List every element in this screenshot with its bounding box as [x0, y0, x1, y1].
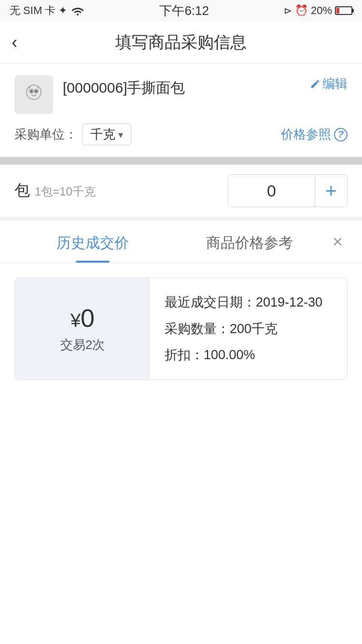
price-ref-label: 价格参照	[281, 126, 331, 143]
close-button[interactable]: ×	[328, 222, 348, 262]
price-trades: 交易2次	[60, 336, 105, 353]
price-value: 0	[81, 304, 95, 332]
product-name: [0000006]手撕面包	[63, 75, 185, 98]
battery-pct: 20%	[311, 4, 332, 17]
unit-value: 千克	[90, 126, 115, 143]
status-left: 无 SIM 卡 ✦	[10, 3, 84, 18]
nav-bar: ‹ 填写商品采购信息	[0, 21, 362, 64]
no-sim-text: 无 SIM 卡 ✦	[10, 3, 67, 18]
quantity-label: 包 1包=10千克	[14, 180, 96, 201]
yen-symbol: ¥	[70, 310, 81, 331]
discount-row: 折扣：100.00%	[165, 345, 333, 365]
quantity-plus-button[interactable]: +	[315, 175, 347, 207]
edit-label: 编辑	[322, 75, 348, 92]
page-title: 填写商品采购信息	[115, 31, 247, 54]
section-divider	[0, 157, 362, 165]
svg-point-1	[27, 85, 41, 99]
price-card: ¥0 交易2次 最近成交日期：2019-12-30 采购数量：200千克 折扣：…	[14, 278, 348, 380]
price-summary: ¥0 交易2次	[15, 278, 150, 379]
purchase-qty-row: 采购数量：200千克	[165, 319, 333, 339]
svg-point-0	[77, 14, 79, 15]
quantity-input[interactable]	[228, 175, 315, 207]
discount-value: 100.00%	[204, 348, 255, 362]
price-amount: ¥0	[70, 304, 95, 333]
status-bar: 无 SIM 卡 ✦ 下午6:12 ⊳ ⏰ 20%	[0, 0, 362, 21]
purchase-qty-value: 200千克	[230, 322, 278, 336]
wifi-icon	[71, 6, 84, 15]
purchase-unit-left: 采购单位： 千克 ▾	[14, 124, 131, 145]
discount-label: 折扣：	[165, 348, 204, 362]
purchase-qty-label: 采购数量：	[165, 322, 230, 336]
status-time: 下午6:12	[159, 2, 209, 19]
unit-dropdown[interactable]: 千克 ▾	[82, 124, 131, 145]
unit-label: 采购单位：	[14, 126, 77, 143]
location-icon: ⊳	[284, 5, 292, 16]
product-top: [0000006]手撕面包 编辑	[14, 75, 348, 114]
purchase-unit-row: 采购单位： 千克 ▾ 价格参照 ?	[14, 124, 348, 145]
quantity-controls: +	[228, 174, 348, 207]
product-info: [0000006]手撕面包	[14, 75, 310, 114]
tab-price-ref[interactable]: 商品价格参考	[171, 221, 327, 263]
empty-content-area	[0, 394, 362, 644]
history-content: ¥0 交易2次 最近成交日期：2019-12-30 采购数量：200千克 折扣：…	[0, 263, 362, 394]
recent-date-value: 2019-12-30	[256, 295, 322, 309]
tab2-label: 商品价格参考	[206, 235, 293, 251]
tab-history-price[interactable]: 历史成交价	[14, 221, 171, 263]
price-details: 最近成交日期：2019-12-30 采购数量：200千克 折扣：100.00%	[150, 278, 347, 379]
product-card: [0000006]手撕面包 编辑 采购单位： 千克 ▾ 价格参照 ?	[0, 64, 362, 157]
recent-date-label: 最近成交日期：	[165, 295, 256, 309]
tab1-label: 历史成交价	[56, 235, 129, 251]
recent-date-row: 最近成交日期：2019-12-30	[165, 293, 333, 312]
tabs-panel: 历史成交价 商品价格参考 × ¥0 交易2次 最近成交日期：2019-12-30…	[0, 221, 362, 394]
quantity-conversion: 1包=10千克	[35, 184, 96, 199]
edit-icon	[310, 79, 320, 89]
battery-icon	[335, 6, 352, 15]
price-ref-button[interactable]: 价格参照 ?	[281, 126, 348, 143]
edit-button[interactable]: 编辑	[310, 75, 348, 92]
alarm-icon: ⏰	[295, 4, 308, 17]
status-right: ⊳ ⏰ 20%	[284, 4, 352, 17]
quantity-unit: 包	[14, 180, 30, 201]
quantity-row: 包 1包=10千克 +	[0, 165, 362, 217]
svg-point-5	[35, 90, 37, 92]
tabs-header: 历史成交价 商品价格参考 ×	[0, 221, 362, 263]
info-icon: ?	[334, 128, 348, 141]
dropdown-arrow-icon: ▾	[118, 129, 123, 140]
owl-icon	[22, 83, 46, 107]
svg-point-4	[30, 90, 32, 92]
back-button[interactable]: ‹	[12, 32, 17, 53]
product-thumbnail	[14, 75, 53, 114]
